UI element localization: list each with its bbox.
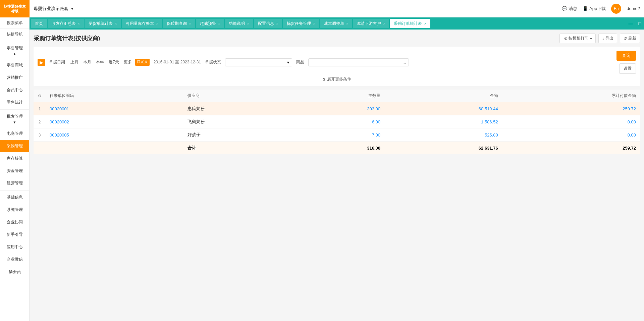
- tab-home[interactable]: 首页: [31, 19, 47, 28]
- quantity-cell: 6.00: [293, 115, 384, 128]
- footer-paid-amount: 259.72: [502, 142, 640, 155]
- tab-overstock-warning[interactable]: 超储预警 ×: [196, 19, 224, 28]
- date-btn-this-year[interactable]: 本年: [95, 59, 105, 66]
- paid-amount-link[interactable]: 0.00: [628, 132, 636, 138]
- export-button[interactable]: ↓ 导出: [598, 34, 617, 43]
- sidebar-item-wechat[interactable]: 企业微信: [0, 253, 29, 266]
- tab-invite-downstream[interactable]: 邀请下游客户 ×: [353, 19, 389, 28]
- tab-pick-task[interactable]: 拣货任务管理 ×: [283, 19, 319, 28]
- sidebar-item-cooperation[interactable]: 企业协同: [0, 216, 29, 228]
- sidebar-item-inventory[interactable]: 库存核算: [0, 152, 29, 165]
- amount-cell: 1,586.52: [384, 115, 502, 128]
- sidebar-item-label: 批发管理: [7, 114, 23, 119]
- tab-close-icon[interactable]: ×: [383, 21, 385, 25]
- status-select[interactable]: ▾: [225, 58, 292, 66]
- tab-close-icon[interactable]: ×: [189, 21, 191, 25]
- refresh-button[interactable]: ↺ 刷新: [620, 34, 640, 43]
- date-btn-this-month[interactable]: 本月: [82, 59, 93, 66]
- expand-filter-btn[interactable]: ⊻ 展开更多条件: [323, 76, 351, 82]
- tab-close-icon[interactable]: ×: [424, 21, 426, 25]
- amount-link[interactable]: 525.80: [485, 132, 498, 138]
- quantity-link[interactable]: 303.00: [367, 106, 380, 111]
- amount-link[interactable]: 1,586.52: [481, 119, 498, 124]
- sidebar-item-marketing[interactable]: 营销推广: [0, 71, 29, 84]
- sidebar-item-vip[interactable]: 畅会员: [0, 266, 29, 278]
- tab-close-icon[interactable]: ×: [156, 21, 158, 25]
- template-print-button[interactable]: 🖨 按模板打印 ▾: [559, 34, 596, 43]
- tab-cost-adjust[interactable]: 成本调整单 ×: [320, 19, 352, 28]
- filter-expand-row: ⊻ 展开更多条件: [38, 76, 636, 82]
- maximize-icon[interactable]: □: [637, 20, 643, 27]
- settings-button[interactable]: 设置: [619, 63, 636, 74]
- sidebar-search[interactable]: 搜索菜单: [0, 17, 29, 29]
- paid-amount-cell: 0.00: [502, 115, 640, 128]
- tab-expiry-query[interactable]: 保质期查询 ×: [163, 19, 195, 28]
- row-num: 3: [34, 128, 46, 142]
- unit-code-link[interactable]: 00020001: [50, 106, 69, 111]
- content-area: 采购订单统计表(按供应商) 🖨 按模板打印 ▾ ↓ 导出 ↺ 刷新: [30, 30, 644, 321]
- tab-close-icon[interactable]: ×: [346, 21, 348, 25]
- sidebar-item-ecommerce[interactable]: 电商管理: [0, 127, 29, 140]
- sidebar-item-system[interactable]: 系统管理: [0, 204, 29, 216]
- sidebar-item-label: 会员中心: [7, 87, 23, 93]
- tab-available-inventory[interactable]: 可用量库存账本 ×: [122, 19, 162, 28]
- sidebar-item-retail-stat[interactable]: 零售统计: [0, 96, 29, 109]
- tab-config-info[interactable]: 配置信息 ×: [254, 19, 282, 28]
- tab-close-icon[interactable]: ×: [78, 21, 80, 25]
- user-avatar[interactable]: Ea: [611, 4, 621, 14]
- sidebar-item-label: 零售管理: [7, 45, 23, 51]
- workspace-dropdown[interactable]: ▾: [71, 6, 73, 11]
- sidebar-item-newguide[interactable]: 新手引导: [0, 228, 29, 241]
- minimize-icon[interactable]: —: [627, 20, 635, 27]
- unit-code-cell: 00020001: [46, 102, 183, 115]
- quantity-link[interactable]: 7.00: [372, 132, 380, 138]
- message-btn[interactable]: 💬 消息: [562, 6, 577, 12]
- goods-input[interactable]: ...: [308, 58, 409, 66]
- sidebar-item-retail[interactable]: 零售管理 ▲: [0, 42, 29, 59]
- query-button[interactable]: 查询: [616, 51, 636, 61]
- amount-link[interactable]: 60,519.44: [479, 106, 498, 111]
- supplier-cell: 好孩子: [183, 128, 293, 142]
- sidebar-item-finance[interactable]: 资金管理: [0, 165, 29, 177]
- table-header-row: ⚙ 往来单位编码 供应商 主数量 金额 累计付款金额: [34, 90, 640, 102]
- nav-tabs-controls: — □: [627, 20, 643, 27]
- sidebar-item-base[interactable]: 基础信息: [0, 191, 29, 204]
- paid-amount-link[interactable]: 259.72: [623, 106, 636, 111]
- paid-amount-link[interactable]: 0.00: [628, 119, 636, 124]
- date-btn-more[interactable]: 更多: [122, 59, 133, 66]
- sidebar-item-appcenter[interactable]: 应用中心: [0, 241, 29, 253]
- tab-close-icon[interactable]: ×: [313, 21, 315, 25]
- top-bar: 母婴行业演示账套 ▾ 💬 消息 📱 App下载 Ea demo2: [30, 0, 644, 17]
- tab-function-desc[interactable]: 功能说明 ×: [225, 19, 253, 28]
- supplier-col-header: 供应商: [183, 90, 293, 102]
- sidebar-divider-1: [0, 41, 29, 41]
- tab-close-icon[interactable]: ×: [247, 21, 249, 25]
- sidebar-item-operation[interactable]: 经营管理: [0, 177, 29, 190]
- tab-close-icon[interactable]: ×: [115, 21, 117, 25]
- tab-collect-summary[interactable]: 收发存汇总表 ×: [48, 19, 84, 28]
- download-icon: 📱: [583, 6, 588, 11]
- sidebar-item-purchase[interactable]: 采购管理: [0, 140, 29, 152]
- amount-cell: 525.80: [384, 128, 502, 142]
- date-quick-btns: 上月 本月 本年 近7天 更多 自定义: [69, 59, 150, 66]
- tab-close-icon[interactable]: ×: [218, 21, 220, 25]
- date-btn-7days[interactable]: 近7天: [107, 59, 120, 66]
- tab-close-icon[interactable]: ×: [276, 21, 278, 25]
- unit-code-link[interactable]: 00020005: [50, 132, 69, 138]
- sidebar-quick-nav[interactable]: 快捷导航: [0, 29, 29, 40]
- sidebar-item-label: 采购管理: [7, 143, 23, 149]
- column-settings-icon[interactable]: ⚙: [38, 94, 42, 98]
- quantity-link[interactable]: 6.00: [372, 119, 380, 124]
- date-btn-last-month[interactable]: 上月: [69, 59, 80, 66]
- sidebar-item-wholesale[interactable]: 批发管理 ▼: [0, 110, 29, 127]
- tab-purchase-summary[interactable]: 采购订单统计表 ×: [390, 19, 430, 28]
- unit-code-link[interactable]: 00020002: [50, 119, 69, 124]
- app-download-btn[interactable]: 📱 App下载: [583, 6, 606, 12]
- tab-goods-summary[interactable]: 要货单统计表 ×: [85, 19, 121, 28]
- sidebar-item-retail-shop[interactable]: 零售商城: [0, 59, 29, 71]
- sidebar-item-label: 零售商城: [7, 62, 23, 68]
- sidebar-divider-2: [0, 109, 29, 110]
- filter-toggle-btn[interactable]: ▶: [38, 59, 45, 66]
- tab-label: 配置信息: [258, 21, 274, 26]
- sidebar-item-member[interactable]: 会员中心: [0, 84, 29, 96]
